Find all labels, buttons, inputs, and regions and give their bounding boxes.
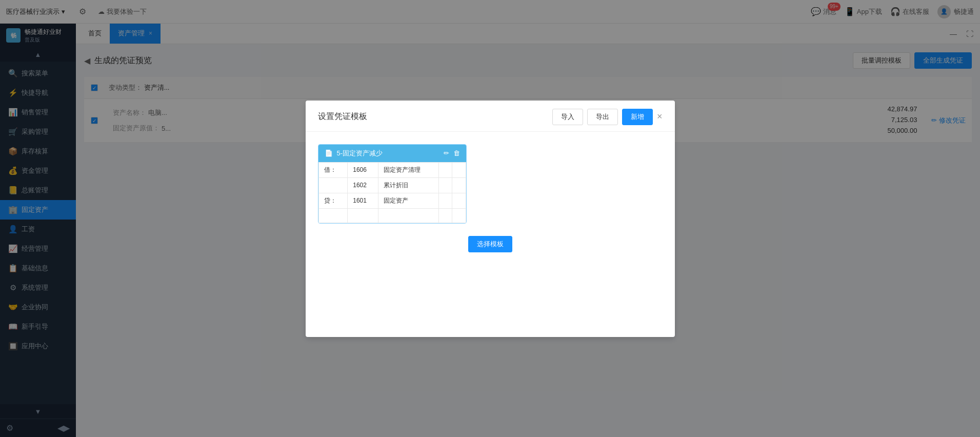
entry-credit-1 [452,177,466,193]
template-card-body: 借： 1606 固定资产清理 [318,162,466,223]
export-button[interactable]: 导出 [587,109,618,125]
entry-type-1 [318,177,348,193]
template-id: 5 [337,149,341,157]
edit-icon[interactable]: ✏ [444,149,449,157]
entry-debit-2 [438,193,452,208]
entry-code-0: 1606 [348,162,378,177]
template-entry-row-1: 1602 累计折旧 [318,177,466,193]
entry-debit-1 [438,177,452,193]
template-card-header-left: 📄 5-固定资产减少 [325,149,383,158]
entry-type-3 [318,208,348,223]
template-name: 5-固定资产减少 [337,149,383,158]
delete-icon[interactable]: 🗑 [453,149,460,157]
entry-code-3 [348,208,378,223]
main-layout: 畅 畅捷通好业财 普及版 ▲ 🔍 搜索菜单 ⚡ 快捷导航 📊 销售管理 [0,24,980,437]
import-button[interactable]: 导入 [552,109,583,125]
select-template-section: 选择模板 [318,236,663,252]
template-title: 固定资产减少 [343,149,383,157]
modal-header: 设置凭证模板 导入 导出 新增 × [306,101,675,132]
modal-overlay: 设置凭证模板 导入 导出 新增 × [76,44,980,437]
template-card[interactable]: 📄 5-固定资产减少 ✏ 🗑 [318,144,467,224]
modal-title: 设置凭证模板 [318,111,367,122]
entry-credit-3 [452,208,466,223]
page-content: ◀ 生成的凭证预览 批量调控模板 全部生成凭证 [76,44,980,437]
modal-close-button[interactable]: × [657,111,663,122]
entry-subject-0: 固定资产清理 [378,162,438,177]
app-container: 医疗器械行业演示 ▾ ⚙ ☁ 我要体验一下 💬 消息 99+ 📱 App下载 🎧… [0,0,980,437]
entry-code-1: 1602 [348,177,378,193]
template-card-header-actions: ✏ 🗑 [444,149,460,157]
entry-debit-0 [438,162,452,177]
entry-credit-0 [452,162,466,177]
new-template-button[interactable]: 新增 [622,109,653,125]
template-entry-row-2: 贷： 1601 固定资产 [318,193,466,208]
modal-header-actions: 导入 导出 新增 [552,109,653,125]
entry-subject-1: 累计折旧 [378,177,438,193]
entry-credit-2 [452,193,466,208]
entry-subject-3 [378,208,438,223]
content-area: 首页 资产管理 × — ⛶ ◀ 生成的凭证预览 [76,24,980,437]
template-entry-row-0: 借： 1606 固定资产清理 [318,162,466,177]
entry-type-2: 贷： [318,193,348,208]
entry-subject-2: 固定资产 [378,193,438,208]
modal-dialog: 设置凭证模板 导入 导出 新增 × [306,101,675,337]
modal-body: 📄 5-固定资产减少 ✏ 🗑 [306,132,675,337]
template-entries-table: 借： 1606 固定资产清理 [318,162,466,223]
template-file-icon: 📄 [325,149,333,157]
template-card-header: 📄 5-固定资产减少 ✏ 🗑 [318,145,466,162]
template-entry-row-3 [318,208,466,223]
entry-debit-3 [438,208,452,223]
select-template-button[interactable]: 选择模板 [468,236,512,252]
template-list: 📄 5-固定资产减少 ✏ 🗑 [318,144,663,224]
entry-code-2: 1601 [348,193,378,208]
entry-type-0: 借： [318,162,348,177]
modal-header-right: 导入 导出 新增 × [552,109,663,125]
